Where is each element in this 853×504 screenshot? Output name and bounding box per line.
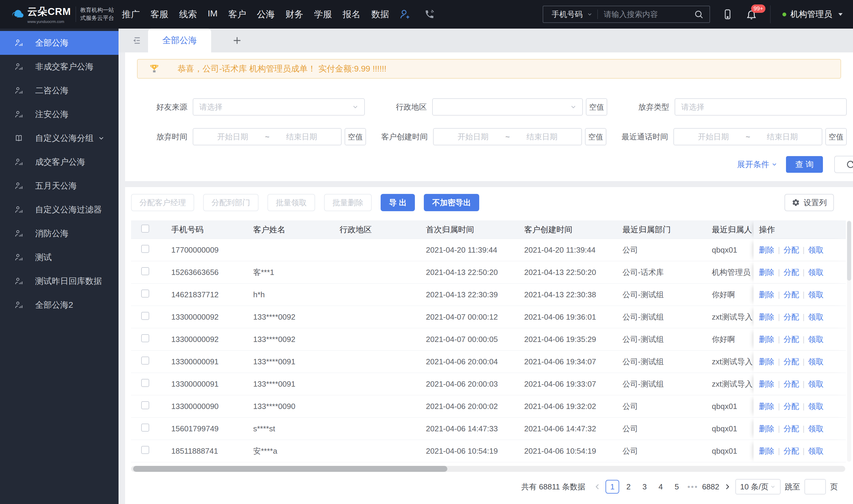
sidebar-item-成交客户公海[interactable]: 成交客户公海 <box>0 150 119 174</box>
phone-icon[interactable] <box>424 9 435 20</box>
nav-item-公海[interactable]: 公海 <box>257 8 275 21</box>
row-checkbox[interactable] <box>141 357 149 365</box>
jump-page-input[interactable] <box>804 479 826 494</box>
toolbar-button-批量领取[interactable]: 批量领取 <box>268 194 315 211</box>
sidebar-item-自定义公海分组[interactable]: 自定义公海分组 <box>0 126 119 150</box>
action-分配[interactable]: 分配 <box>784 267 799 277</box>
row-checkbox[interactable] <box>141 312 149 320</box>
user-menu[interactable]: 机构管理员 <box>791 8 832 20</box>
sidebar-item-非成交客户公海[interactable]: 非成交客户公海 <box>0 55 119 79</box>
sidebar-item-全部公海2[interactable]: 全部公海2 <box>0 293 119 317</box>
tab-all-pool[interactable]: 全部公海 <box>148 29 211 52</box>
page-3[interactable]: 3 <box>638 480 651 493</box>
row-checkbox[interactable] <box>141 446 149 454</box>
nav-item-线索[interactable]: 线索 <box>179 8 197 21</box>
mobile-icon[interactable] <box>722 8 733 20</box>
action-领取[interactable]: 领取 <box>808 401 824 412</box>
query-button[interactable]: 查 询 <box>786 156 823 173</box>
action-分配[interactable]: 分配 <box>784 357 799 367</box>
action-删除[interactable]: 删除 <box>759 357 774 367</box>
filter-daterange-放弃时间[interactable]: 开始日期~结束日期 <box>193 128 342 145</box>
nav-item-推广[interactable]: 推广 <box>122 8 140 21</box>
add-user-icon[interactable] <box>399 8 411 20</box>
action-领取[interactable]: 领取 <box>808 379 824 389</box>
search-input[interactable]: 请输入搜索内容 <box>604 9 694 20</box>
action-删除[interactable]: 删除 <box>759 446 774 456</box>
empty-value-button[interactable]: 空值 <box>586 98 607 115</box>
search-icon[interactable] <box>694 10 704 19</box>
row-checkbox[interactable] <box>141 424 149 432</box>
row-checkbox[interactable] <box>141 290 149 298</box>
action-删除[interactable]: 删除 <box>759 245 774 255</box>
action-领取[interactable]: 领取 <box>808 267 824 277</box>
sidebar-item-注安公海[interactable]: 注安公海 <box>0 103 119 126</box>
sidebar-item-测试[interactable]: 测试 <box>0 246 119 269</box>
action-领取[interactable]: 领取 <box>808 245 824 255</box>
add-tab-button[interactable] <box>232 35 242 46</box>
toolbar-button-分配客户经理[interactable]: 分配客户经理 <box>131 194 194 211</box>
page-4[interactable]: 4 <box>654 480 668 493</box>
filter-select-好友来源[interactable]: 请选择 <box>193 98 365 115</box>
action-分配[interactable]: 分配 <box>784 245 799 255</box>
page-6882[interactable]: 6882 <box>702 480 719 493</box>
refresh-button[interactable] <box>834 156 853 173</box>
page-size-select[interactable]: 10 条/页 <box>736 479 781 494</box>
filter-daterange-最近通话时间[interactable]: 开始日期~结束日期 <box>673 128 822 145</box>
toolbar-button-不加密导出[interactable]: 不加密导出 <box>424 194 479 211</box>
nav-item-财务[interactable]: 财务 <box>285 8 303 21</box>
action-删除[interactable]: 删除 <box>759 401 774 412</box>
action-分配[interactable]: 分配 <box>784 446 799 456</box>
toolbar-button-分配到部门[interactable]: 分配到部门 <box>203 194 258 211</box>
nav-item-报名[interactable]: 报名 <box>343 8 360 21</box>
action-删除[interactable]: 删除 <box>759 312 774 322</box>
action-领取[interactable]: 领取 <box>808 290 824 300</box>
row-checkbox[interactable] <box>141 267 149 275</box>
filter-daterange-客户创建时间[interactable]: 开始日期~结束日期 <box>433 128 582 145</box>
toolbar-button-批量删除[interactable]: 批量删除 <box>324 194 372 211</box>
empty-value-button[interactable]: 空值 <box>825 128 847 145</box>
action-分配[interactable]: 分配 <box>784 379 799 389</box>
search-category-select[interactable]: 手机号码 <box>543 9 597 20</box>
row-checkbox[interactable] <box>141 245 149 253</box>
page-2[interactable]: 2 <box>621 480 635 493</box>
caret-down-icon[interactable] <box>837 11 844 18</box>
prev-page-button[interactable] <box>594 483 601 491</box>
filter-select-行政地区[interactable] <box>432 98 583 115</box>
nav-item-数据[interactable]: 数据 <box>371 8 389 21</box>
row-checkbox[interactable] <box>141 334 149 342</box>
action-分配[interactable]: 分配 <box>784 312 799 322</box>
nav-item-客户[interactable]: 客户 <box>228 8 246 21</box>
row-checkbox[interactable] <box>141 379 149 387</box>
action-分配[interactable]: 分配 <box>784 290 799 300</box>
row-checkbox[interactable] <box>141 401 149 409</box>
action-删除[interactable]: 删除 <box>759 334 774 345</box>
action-分配[interactable]: 分配 <box>784 401 799 412</box>
column-settings-button[interactable]: 设置列 <box>784 194 834 211</box>
horizontal-scrollbar[interactable] <box>131 466 845 472</box>
action-领取[interactable]: 领取 <box>808 446 824 456</box>
action-删除[interactable]: 删除 <box>759 267 774 277</box>
vertical-scrollbar[interactable] <box>847 220 851 462</box>
action-删除[interactable]: 删除 <box>759 424 774 434</box>
next-page-button[interactable] <box>723 483 731 491</box>
vertical-scrollbar-thumb[interactable] <box>847 221 851 281</box>
action-领取[interactable]: 领取 <box>808 424 824 434</box>
nav-item-IM[interactable]: IM <box>207 8 217 21</box>
action-删除[interactable]: 删除 <box>759 290 774 300</box>
sidebar-item-全部公海[interactable]: 全部公海 <box>0 31 119 55</box>
action-删除[interactable]: 删除 <box>759 379 774 389</box>
page-1[interactable]: 1 <box>605 480 619 493</box>
sidebar-item-自定义公海过滤器[interactable]: 自定义公海过滤器 <box>0 198 119 222</box>
page-5[interactable]: 5 <box>670 480 684 493</box>
nav-item-客服[interactable]: 客服 <box>150 8 168 21</box>
empty-value-button[interactable]: 空值 <box>345 128 366 145</box>
action-领取[interactable]: 领取 <box>808 334 824 345</box>
sidebar-item-消防公海[interactable]: 消防公海 <box>0 222 119 246</box>
sidebar-item-五月天公海[interactable]: 五月天公海 <box>0 174 119 198</box>
action-领取[interactable]: 领取 <box>808 357 824 367</box>
toolbar-button-导出[interactable]: 导 出 <box>381 194 415 211</box>
action-分配[interactable]: 分配 <box>784 334 799 345</box>
empty-value-button[interactable]: 空值 <box>585 128 606 145</box>
action-领取[interactable]: 领取 <box>808 312 824 322</box>
expand-conditions-link[interactable]: 展开条件 <box>737 159 778 170</box>
